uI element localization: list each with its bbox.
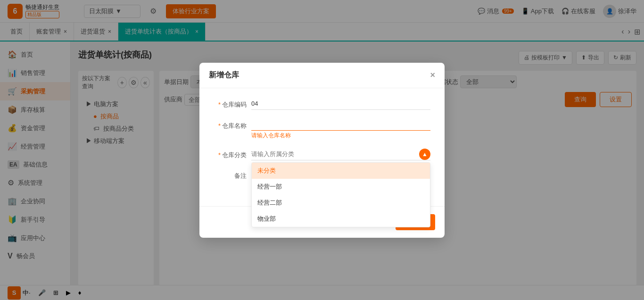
category-dropdown-arrow[interactable]: ▲: [419, 149, 430, 160]
warehouse-name-row: *仓库名称 请输入仓库名称: [214, 118, 430, 140]
modal-body: *仓库编码 *仓库名称 请输入仓库名称 *仓库分类: [199, 88, 445, 206]
warehouse-code-row: *仓库编码: [214, 98, 430, 110]
remark-label: 备注: [214, 169, 251, 180]
warehouse-name-error: 请输入仓库名称: [251, 132, 291, 140]
add-warehouse-modal: 新增仓库 × *仓库编码 *仓库名称 请输入仓库名称: [199, 63, 445, 238]
warehouse-category-row: *仓库分类 ▲ 未分类 经营一部: [214, 148, 430, 160]
modal-overlay: 新增仓库 × *仓库编码 *仓库名称 请输入仓库名称: [0, 0, 644, 300]
warehouse-code-label: *仓库编码: [214, 98, 251, 109]
category-dropdown-list: 未分类 经营一部 经营二部 物业部: [251, 162, 430, 227]
dropdown-option-unclassified[interactable]: 未分类: [252, 163, 430, 179]
warehouse-category-wrapper: ▲ 未分类 经营一部 经营二部 物业部: [251, 148, 430, 160]
warehouse-name-label: *仓库名称: [214, 119, 251, 130]
modal-title: 新增仓库: [209, 70, 239, 80]
modal-close-button[interactable]: ×: [430, 70, 435, 80]
arrow-up-icon: ▲: [422, 151, 428, 158]
dropdown-option-dept1[interactable]: 经营一部: [252, 179, 430, 195]
modal-header: 新增仓库 ×: [199, 63, 445, 88]
warehouse-category-label: *仓库分类: [214, 148, 251, 159]
dropdown-option-property[interactable]: 物业部: [252, 211, 430, 227]
warehouse-name-input[interactable]: [251, 118, 430, 131]
warehouse-code-input[interactable]: [251, 98, 430, 110]
warehouse-category-input[interactable]: [251, 148, 430, 160]
dropdown-option-dept2[interactable]: 经营二部: [252, 195, 430, 211]
